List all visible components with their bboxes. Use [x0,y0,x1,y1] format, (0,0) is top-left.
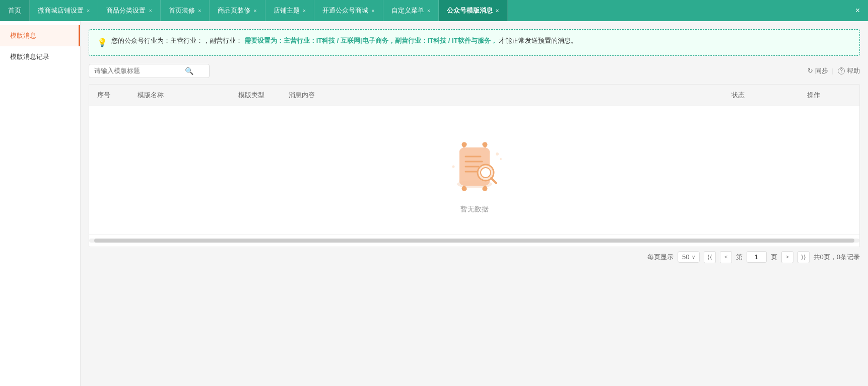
search-input[interactable] [94,67,185,74]
col-content: 消息内容 [281,85,723,106]
notice-banner: 💡 您的公众号行业为：主营行业：，副营行业： 需要设置为：主营行业：IT科技 /… [89,29,860,56]
svg-line-7 [491,178,496,183]
tab-open-shop[interactable]: 开通公众号商城 × [314,0,383,21]
tab-close-product-decor[interactable]: × [253,8,256,14]
empty-state-cell: 暂无数据 [89,106,859,234]
notice-suffix: 才能正常发送预置的消息。 [499,37,577,44]
search-row: 🔍 ↻ 同步 | ? 帮助 [89,64,860,78]
sidebar-item-template-message[interactable]: 模版消息 [0,25,80,46]
tab-close-wechat-shop[interactable]: × [87,8,90,14]
svg-point-6 [481,168,491,178]
sync-icon: ↻ [808,67,813,74]
search-icon[interactable]: 🔍 [185,67,193,75]
table-container: 序号 模版名称 模版类型 消息内容 状态 操作 [89,84,860,247]
sidebar: 模版消息 模版消息记录 [0,21,81,386]
pagination-row: 每页显示 50 ∨ ⟨⟨ ＜ 第 页 ＞ ⟩⟩ 共0页，0条记录 [89,251,860,263]
empty-text: 暂无数据 [460,205,489,214]
notice-highlight: 需要设置为：主营行业：IT科技 / 互联网|电子商务，副营行业：IT科技 / I… [244,37,497,44]
page-size-value: 50 [682,253,689,261]
tab-home-decor[interactable]: 首页装修 × [161,0,210,21]
col-action: 操作 [799,85,859,106]
close-all-tabs-button[interactable]: × [847,6,868,15]
tab-store-theme[interactable]: 店铺主题 × [265,0,314,21]
tab-close-store-theme[interactable]: × [303,8,306,14]
tab-close-product-category[interactable]: × [149,8,152,14]
notice-prefix: 您的公众号行业为：主营行业：，副营行业： [111,37,242,44]
col-seq: 序号 [89,85,129,106]
main-layout: 模版消息 模版消息记录 💡 您的公众号行业为：主营行业：，副营行业： 需要设置为… [0,21,868,386]
svg-point-9 [500,158,502,160]
col-type: 模版类型 [230,85,281,106]
tab-template-msg[interactable]: 公众号模版消息 × [439,0,507,21]
tab-bar: 首页 微商城店铺设置 × 商品分类设置 × 首页装修 × 商品页装修 × 店铺主… [0,0,868,21]
col-status: 状态 [723,85,799,106]
help-label: 帮助 [847,66,860,75]
sync-label: 同步 [815,66,828,75]
page-size-label: 每页显示 [647,253,674,262]
total-label: 共0页，0条记录 [814,253,860,262]
empty-state-illustration [444,136,505,197]
tab-close-home-decor[interactable]: × [198,8,201,14]
search-box: 🔍 [89,64,210,78]
tab-close-template-msg[interactable]: × [496,8,499,14]
svg-point-10 [452,165,454,168]
prev-page-button[interactable]: ＜ [720,251,732,263]
help-button[interactable]: ? 帮助 [838,66,860,75]
empty-state-row: 暂无数据 [89,106,859,234]
tab-close-open-shop[interactable]: × [371,8,374,14]
sidebar-item-template-record[interactable]: 模版消息记录 [0,46,80,67]
empty-state: 暂无数据 [89,106,859,234]
chevron-down-icon: ∨ [692,254,695,260]
toolbar-right: ↻ 同步 | ? 帮助 [808,66,860,75]
col-name: 模版名称 [129,85,230,106]
tab-custom-menu[interactable]: 自定义菜单 × [383,0,439,21]
page-prefix: 第 [736,253,743,262]
svg-point-8 [496,152,499,156]
bulb-icon: 💡 [97,36,107,49]
horizontal-scrollbar[interactable] [89,239,859,243]
first-page-button[interactable]: ⟨⟨ [704,251,716,263]
data-table: 序号 模版名称 模版类型 消息内容 状态 操作 [89,85,859,235]
tab-wechat-shop[interactable]: 微商城店铺设置 × [30,0,98,21]
tab-close-custom-menu[interactable]: × [427,8,430,14]
scrollbar-thumb[interactable] [94,239,854,243]
tab-product-category[interactable]: 商品分类设置 × [98,0,160,21]
last-page-button[interactable]: ⟩⟩ [797,251,810,263]
content-area: 💡 您的公众号行业为：主营行业：，副营行业： 需要设置为：主营行业：IT科技 /… [81,21,868,386]
help-icon: ? [838,67,845,74]
current-page-input[interactable] [747,251,767,263]
table-header-row: 序号 模版名称 模版类型 消息内容 状态 操作 [89,85,859,106]
tab-product-decor[interactable]: 商品页装修 × [210,0,265,21]
page-size-select[interactable]: 50 ∨ [678,251,699,263]
page-unit: 页 [771,253,777,262]
tab-home[interactable]: 首页 [0,0,30,21]
sync-button[interactable]: ↻ 同步 [808,66,828,75]
toolbar-divider: | [832,67,834,74]
next-page-button[interactable]: ＞ [781,251,793,263]
